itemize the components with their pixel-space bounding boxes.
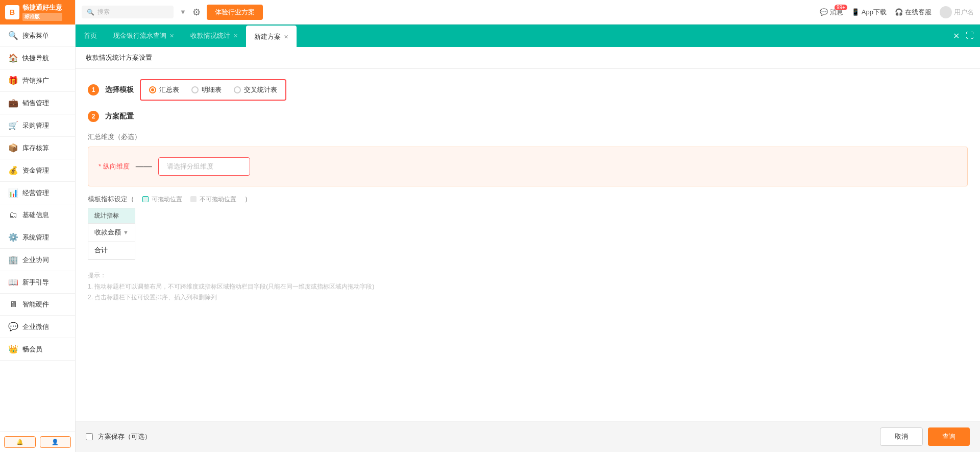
management-icon: 📊 — [8, 188, 18, 198]
fixed-label: 不可拖动位置 — [200, 195, 236, 204]
sidebar-item-label: 系统管理 — [22, 233, 49, 242]
sidebar-item-label: 营销推广 — [22, 76, 49, 85]
page-header: 收款情况统计方案设置 — [76, 47, 980, 69]
content-area: 收款情况统计方案设置 1 选择模板 汇总表 明细表 — [76, 47, 980, 452]
indicator-section: 模板指标设定（ 可拖动位置 不可拖动位置 ） 统计指标 — [88, 195, 968, 260]
service-label: 在线客服 — [905, 8, 932, 17]
sidebar-item-quick-nav[interactable]: 🏠 快捷导航 — [0, 47, 75, 69]
radio-summary[interactable]: 汇总表 — [149, 85, 179, 94]
tabbar: 首页 现金银行流水查询 ✕ 收款情况统计 ✕ 新建方案 ✕ ✕ ⛶ — [76, 25, 980, 47]
app-logo: B 畅捷通好生意 标准版 — [0, 0, 75, 25]
sidebar-item-search[interactable]: 🔍 搜索菜单 — [0, 25, 75, 47]
industry-btn[interactable]: 体验行业方案 — [207, 5, 263, 20]
sidebar-item-wechat[interactable]: 💬 企业微信 — [0, 316, 75, 338]
tab-close-all-icon[interactable]: ✕ — [951, 29, 962, 43]
indicator-header: 模板指标设定（ 可拖动位置 不可拖动位置 ） — [88, 195, 968, 204]
search-box[interactable]: 🔍 搜索 — [82, 6, 174, 18]
sidebar-item-label: 新手引导 — [22, 278, 49, 287]
download-btn[interactable]: 📱 App下载 — [851, 8, 887, 17]
user-info[interactable]: 用户名 — [940, 6, 974, 18]
sidebar-item-label: 搜索菜单 — [22, 31, 49, 40]
query-button[interactable]: 查询 — [928, 427, 970, 446]
sidebar-item-member[interactable]: 👑 畅会员 — [0, 338, 75, 361]
main-area: 🔍 搜索 ▼ ⚙ 体验行业方案 💬 消息 99+ 📱 App下载 🎧 在线客服 … — [76, 0, 980, 452]
tab-collection-stats[interactable]: 收款情况统计 ✕ — [182, 25, 246, 47]
sidebar-item-marketing[interactable]: 🎁 营销推广 — [0, 69, 75, 92]
user-name: 用户名 — [954, 8, 974, 17]
tab-home[interactable]: 首页 — [76, 25, 105, 47]
topbar-dropdown-icon[interactable]: ▼ — [180, 8, 186, 16]
config-block: 汇总维度（必选） * 纵向维度 —— 请选择分组维度 模板指标设定（ — [88, 132, 968, 303]
sidebar-bottom-btn-right[interactable]: 👤 — [40, 436, 71, 448]
tab-new-plan-close[interactable]: ✕ — [284, 34, 288, 40]
notification-btn[interactable]: 💬 消息 99+ — [820, 8, 843, 17]
radio-detail[interactable]: 明细表 — [191, 85, 222, 94]
radio-cross[interactable]: 交叉统计表 — [234, 85, 277, 94]
sidebar-item-inventory[interactable]: 📦 库存核算 — [0, 137, 75, 159]
indicator-table: 统计指标 收款金额 ▼ 合计 — [88, 208, 135, 260]
sidebar-bottom-btn-left[interactable]: 🔔 — [4, 436, 36, 448]
sidebar-item-label: 畅会员 — [22, 345, 42, 354]
sidebar-item-sales[interactable]: 💼 销售管理 — [0, 92, 75, 114]
group-dimension-selector[interactable]: 请选择分组维度 — [158, 157, 250, 176]
step2-number: 2 — [88, 111, 99, 122]
vertical-dimension-label: * 纵向维度 — [99, 162, 130, 171]
save-checkbox[interactable] — [86, 433, 93, 440]
footer-actions: 取消 查询 — [880, 427, 970, 446]
tip-line-1: 1. 拖动标题栏可以调整布局，不可跨维度或指标区域拖动栏目字段(只能在同一维度或… — [88, 281, 968, 293]
save-label: 方案保存（可选） — [98, 432, 151, 441]
draggable-label: 可拖动位置 — [152, 195, 182, 204]
tab-collection-stats-close[interactable]: ✕ — [233, 33, 238, 39]
sidebar-item-system[interactable]: ⚙️ 系统管理 — [0, 226, 75, 249]
tip-line-2: 2. 点击标题栏下拉可设置排序、插入列和删除列 — [88, 292, 968, 303]
search-placeholder: 搜索 — [97, 8, 110, 16]
page-title: 收款情况统计方案设置 — [86, 54, 152, 61]
tab-bank-flow[interactable]: 现金银行流水查询 ✕ — [105, 25, 182, 47]
service-btn[interactable]: 🎧 在线客服 — [895, 8, 932, 17]
tab-collection-stats-label: 收款情况统计 — [190, 31, 230, 40]
sidebar-item-guide[interactable]: 📖 新手引导 — [0, 271, 75, 294]
sidebar-item-enterprise[interactable]: 🏢 企业协同 — [0, 249, 75, 271]
tab-new-plan-label: 新建方案 — [254, 32, 281, 41]
step1-number: 1 — [88, 84, 99, 96]
tab-home-label: 首页 — [84, 31, 97, 40]
topbar: 🔍 搜索 ▼ ⚙ 体验行业方案 💬 消息 99+ 📱 App下载 🎧 在线客服 … — [76, 0, 980, 25]
tab-expand-icon[interactable]: ⛶ — [964, 29, 976, 42]
system-icon: ⚙️ — [8, 232, 18, 242]
sidebar-item-label: 经营管理 — [22, 188, 49, 198]
logo-icon: B — [5, 5, 19, 19]
indicator-amount-dropdown[interactable]: ▼ — [123, 229, 129, 235]
indicator-row-total: 合计 — [88, 242, 135, 259]
sidebar-item-label: 采购管理 — [22, 121, 49, 130]
message-icon: 💬 — [820, 8, 828, 16]
sidebar-item-label: 企业微信 — [22, 322, 49, 331]
tab-new-plan[interactable]: 新建方案 ✕ — [246, 26, 297, 48]
sidebar-item-purchase[interactable]: 🛒 采购管理 — [0, 114, 75, 137]
indicator-row-amount: 收款金额 ▼ — [88, 224, 135, 242]
sidebar-item-management[interactable]: 📊 经营管理 — [0, 182, 75, 204]
tab-bank-flow-close[interactable]: ✕ — [169, 33, 174, 39]
basic-info-icon: 🗂 — [8, 210, 18, 220]
indicator-table-header: 统计指标 — [88, 208, 135, 224]
home-icon: 🏠 — [8, 53, 18, 63]
cancel-button[interactable]: 取消 — [880, 427, 923, 446]
sidebar-item-label: 资金管理 — [22, 166, 49, 175]
step1-title: 选择模板 — [105, 85, 134, 94]
sidebar-item-basic-info[interactable]: 🗂 基础信息 — [0, 204, 75, 226]
finance-icon: 💰 — [8, 165, 18, 175]
app-name: 畅捷通好生意 — [22, 4, 62, 12]
sidebar-item-label: 库存核算 — [22, 144, 49, 153]
indicator-cell-amount: 收款金额 ▼ — [88, 224, 135, 241]
topbar-right: 💬 消息 99+ 📱 App下载 🎧 在线客服 用户名 — [820, 6, 974, 18]
wechat-icon: 💬 — [8, 322, 18, 331]
radio-summary-label: 汇总表 — [159, 85, 179, 94]
radio-cross-label: 交叉统计表 — [244, 85, 277, 94]
marketing-icon: 🎁 — [8, 76, 18, 85]
inventory-icon: 📦 — [8, 143, 18, 153]
sidebar-item-hardware[interactable]: 🖥 智能硬件 — [0, 294, 75, 316]
sidebar-item-finance[interactable]: 💰 资金管理 — [0, 159, 75, 182]
template-options: 汇总表 明细表 交叉统计表 — [140, 79, 286, 101]
settings-icon[interactable]: ⚙ — [192, 7, 201, 18]
sidebar-item-label: 企业协同 — [22, 255, 49, 265]
indicator-total-label: 合计 — [94, 246, 108, 255]
